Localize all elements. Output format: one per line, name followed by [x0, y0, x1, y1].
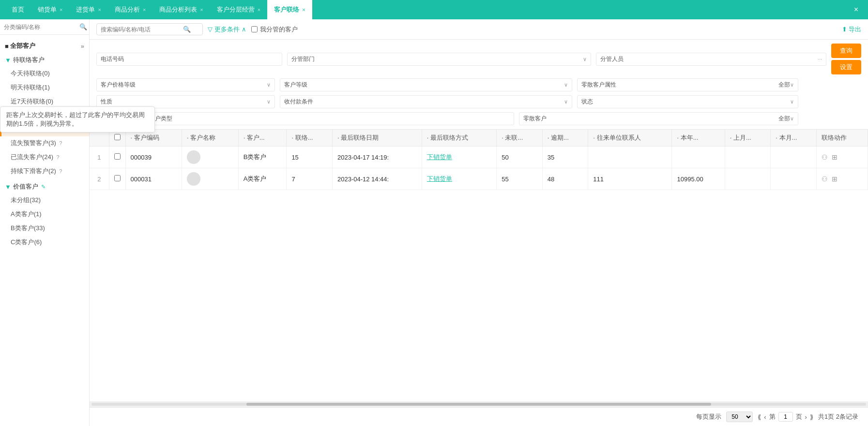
filter-retail-customer[interactable]: 零散客户 全部 ∨	[519, 112, 798, 125]
table-row: 2 000031 A类客户 7 2023-04-12 14:44:	[90, 168, 868, 190]
row2-select[interactable]	[114, 175, 121, 181]
row1-overdue: 35	[542, 147, 588, 168]
filter-row-3: 性质 ∨ 收付款条件 ∨ 状态 ∨	[96, 95, 861, 108]
nav-close-analysis[interactable]: ×	[143, 7, 146, 13]
filter-dept[interactable]: 分管部门 ∨	[287, 53, 591, 66]
sidebar-item-today[interactable]: 今天待联络(0)	[0, 67, 89, 81]
page-nav: ⟪ ‹ 第 页 › ⟫	[758, 412, 813, 422]
row1-select[interactable]	[114, 153, 121, 160]
nav-close-sales[interactable]: ×	[60, 7, 62, 13]
sidebar-item-b-class[interactable]: B类客户(33)	[0, 221, 89, 235]
row2-no-contact: 55	[497, 168, 543, 190]
filter-status[interactable]: 状态 ∨	[577, 95, 798, 108]
page-first-btn[interactable]: ⟪	[758, 413, 761, 421]
nav-close-purchase[interactable]: ×	[98, 7, 101, 13]
row1-customer-level: B类客户	[238, 147, 287, 168]
person-more-icon[interactable]: ···	[818, 56, 822, 62]
row2-this-month	[771, 168, 817, 190]
sidebar-item-declining[interactable]: 持续下滑客户(2) ?	[0, 164, 89, 178]
nav-close-analysis-list[interactable]: ×	[200, 7, 203, 13]
row1-this-month	[771, 147, 817, 168]
row2-grid-icon[interactable]: ⊞	[832, 175, 838, 183]
filter-customer-type[interactable]: 客户类型	[145, 112, 514, 125]
col-this-month-header: · 本月...	[771, 130, 817, 147]
price-level-arrow: ∨	[267, 82, 271, 88]
page-next-btn[interactable]: ›	[805, 413, 807, 421]
nav-item-sales[interactable]: 销货单 ×	[31, 0, 69, 19]
col-customer-level-header: · 客户...	[238, 130, 287, 147]
row1-last-month	[725, 147, 771, 168]
page-prev-btn[interactable]: ‹	[764, 413, 766, 421]
row1-avatar	[187, 150, 200, 164]
row2-overdue: 48	[542, 168, 588, 190]
sidebar-item-c-class[interactable]: C类客户(6)	[0, 235, 89, 250]
row2-action: ⚇ ⊞	[816, 168, 868, 190]
export-icon: ⬆	[842, 26, 847, 33]
nav-item-home[interactable]: 首页	[5, 0, 31, 19]
table-row: 1 000039 B类客户 15 2023-04-17 14:19:	[90, 147, 868, 168]
nav-item-customer-tier[interactable]: 客户分层经营 ×	[210, 0, 267, 19]
horizontal-scrollbar[interactable]	[90, 401, 868, 407]
filter-price-level[interactable]: 客户价格等级 ∨	[96, 78, 275, 91]
nav-item-customer-contact[interactable]: 客户联络 ×	[267, 0, 312, 19]
my-customer-checkbox[interactable]	[251, 26, 258, 32]
filter-person[interactable]: 分管人员 ···	[596, 53, 826, 66]
row1-grid-icon[interactable]: ⊞	[832, 153, 838, 161]
sidebar-collapse-icon[interactable]: »	[81, 43, 84, 50]
row1-last-method[interactable]: 下销货单	[422, 147, 496, 168]
page-input[interactable]	[778, 412, 793, 422]
nav-item-analysis-list[interactable]: 商品分析列表 ×	[152, 0, 210, 19]
sidebar-item-unclassified[interactable]: 未分组(32)	[0, 193, 89, 207]
scrollbar-thumb[interactable]	[246, 403, 711, 406]
filter-row-1: 电话号码 分管部门 ∨ 分管人员 ··· 查询 设置	[96, 44, 861, 74]
row2-checkbox[interactable]	[109, 168, 125, 190]
page-size-select[interactable]: 50 20 100	[726, 411, 753, 422]
content-area: 距客户上次交易时长，超过了此客户的平均交易周期的1.5倍，则视为异常。 🔍 ▽ …	[90, 19, 868, 426]
nav-item-purchase[interactable]: 进货单 ×	[69, 0, 107, 19]
filter-retail-attr[interactable]: 零散客户属性 全部 ∨	[577, 78, 798, 91]
row1-checkbox[interactable]	[109, 147, 125, 168]
nav-item-analysis[interactable]: 商品分析 ×	[108, 0, 152, 19]
query-button[interactable]: 查询	[831, 44, 861, 58]
sidebar-item-churn-warning[interactable]: 流失预警客户(3) ?	[0, 136, 89, 150]
filter-payment[interactable]: 收付款条件 ∨	[280, 95, 572, 108]
top-nav: 首页 销货单 × 进货单 × 商品分析 × 商品分析列表 × 客户分层经营 × …	[0, 0, 868, 19]
customer-table-wrap: · 客户编码 · 客户名称 · 客户... · 联络... · 最后联络日期 ·…	[90, 130, 868, 401]
main-search-icon[interactable]: 🔍	[183, 26, 191, 33]
row1-link-icon[interactable]: ⚇	[822, 153, 828, 161]
sidebar-search-input[interactable]	[4, 24, 76, 30]
sidebar-item-churned[interactable]: 已流失客户(24) ?	[0, 150, 89, 164]
nav-close-customer-contact[interactable]: ×	[302, 7, 305, 13]
page-last-btn[interactable]: ⟫	[810, 413, 813, 421]
sidebar-value-section[interactable]: ▼ 价值客户 ✎	[0, 180, 89, 193]
row2-last-date: 2023-04-12 14:44:	[332, 168, 422, 190]
sidebar-churn-help-icon[interactable]: ?	[59, 140, 62, 146]
col-action-header: 联络动作	[816, 130, 868, 147]
sidebar-search-icon[interactable]: 🔍	[79, 23, 87, 30]
sidebar-declining-help-icon[interactable]: ?	[59, 168, 62, 174]
sidebar-pending-section[interactable]: ▼ 待联络客户	[0, 53, 89, 67]
more-filter-btn[interactable]: ▽ 更多条件 ∧	[208, 25, 246, 34]
filter-customer-level[interactable]: 客户等级 ∨	[280, 78, 572, 91]
sidebar-content: ■ 全部客户 » ▼ 待联络客户 今天待联络(0) 明天待联络(1) 近7天待联…	[0, 35, 89, 426]
sidebar-item-a-class[interactable]: A类客户(1)	[0, 207, 89, 221]
export-button[interactable]: ⬆ 导出	[842, 25, 861, 34]
row2-name	[182, 168, 239, 190]
sidebar-all-customers[interactable]: ■ 全部客户 »	[0, 39, 89, 53]
sidebar-item-tomorrow[interactable]: 明天待联络(1)	[0, 81, 89, 95]
window-close-button[interactable]: ×	[849, 5, 863, 14]
col-contacts-header: · 往来单位联系人	[588, 130, 672, 147]
row2-link-icon[interactable]: ⚇	[822, 175, 828, 183]
sidebar-value-edit-icon[interactable]: ✎	[41, 184, 46, 190]
sidebar: 🔍 ■ 全部客户 » ▼ 待联络客户 今天待联络(0) 明天待联络(1) 近7天…	[0, 19, 90, 426]
tooltip-box: 距客户上次交易时长，超过了此客户的平均交易周期的1.5倍，则视为异常。	[90, 106, 155, 132]
setting-button[interactable]: 设置	[831, 60, 861, 74]
nav-close-customer-tier[interactable]: ×	[258, 7, 260, 13]
sidebar-churned-help-icon[interactable]: ?	[56, 154, 59, 160]
main-search-input[interactable]	[101, 26, 183, 33]
filter-phone[interactable]: 电话号码	[96, 53, 282, 66]
customer-table: · 客户编码 · 客户名称 · 客户... · 联络... · 最后联络日期 ·…	[90, 130, 868, 190]
row1-name	[182, 147, 239, 168]
row2-last-method[interactable]: 下销货单	[422, 168, 496, 190]
select-all-checkbox[interactable]	[114, 134, 121, 140]
